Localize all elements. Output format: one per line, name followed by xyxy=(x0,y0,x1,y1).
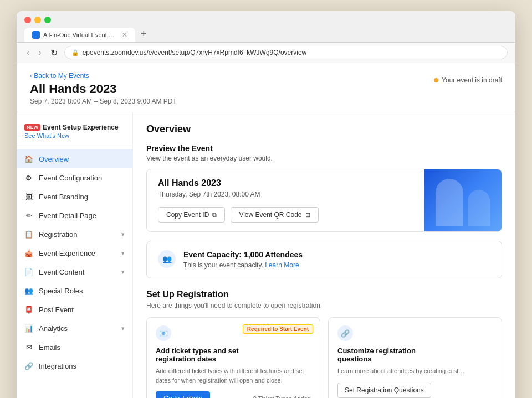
page-content: ‹ Back to My Events All Hands 2023 Sep 7… xyxy=(17,63,515,398)
sidebar-item-label: Registration xyxy=(39,230,77,239)
nav-back-button[interactable]: ‹ xyxy=(24,46,32,59)
minimize-dot[interactable] xyxy=(34,17,41,23)
sidebar-item-post-event[interactable]: 📮 Post Event xyxy=(17,300,132,319)
draft-badge: Your event is in draft xyxy=(434,76,502,84)
main-layout: NEW Event Setup Experience See What's Ne… xyxy=(17,112,515,398)
required-badge: Required to Start Event xyxy=(243,324,313,334)
new-tab-button[interactable]: + xyxy=(137,28,150,42)
browser-window: All-In-One Virtual Event Platf… ✕ + ‹ › … xyxy=(17,11,515,398)
active-tab[interactable]: All-In-One Virtual Event Platf… ✕ xyxy=(24,28,135,42)
capacity-text: Event Capacity: 1,000 Attendees This is … xyxy=(183,250,303,269)
learn-more-link[interactable]: Learn More xyxy=(265,261,299,269)
url-text: epevents.zoomdev.us/e/event/setup/Q7xryH… xyxy=(83,49,307,56)
sidebar-item-label: Event Content xyxy=(39,268,84,276)
browser-tabs: All-In-One Virtual Event Platf… ✕ + xyxy=(24,28,508,42)
preview-section-title: Preview the Event xyxy=(146,144,502,153)
clipboard-icon: 📋 xyxy=(24,230,33,239)
sidebar: NEW Event Setup Experience See What's Ne… xyxy=(17,112,133,398)
draft-status-text: Your event is in draft xyxy=(442,76,502,84)
sidebar-item-analytics[interactable]: 📊 Analytics ▾ xyxy=(17,319,132,338)
nav-forward-button[interactable]: › xyxy=(36,46,43,59)
tab-title: All-In-One Virtual Event Platf… xyxy=(43,32,119,38)
home-icon: 🏠 xyxy=(24,154,33,163)
sidebar-item-event-experience[interactable]: 🎪 Event Experience ▾ xyxy=(17,244,132,262)
sidebar-item-label: Analytics xyxy=(39,324,68,333)
sidebar-item-label: Event Branding xyxy=(39,193,88,201)
chart-icon: 📊 xyxy=(24,324,33,333)
sidebar-item-label: Integrations xyxy=(39,362,76,370)
new-badge: NEW xyxy=(24,124,40,131)
qr-icon: ⊞ xyxy=(305,211,310,219)
sidebar-item-label: Event Experience xyxy=(39,249,95,257)
image-icon: 🖼 xyxy=(24,192,33,201)
document-icon: 📄 xyxy=(24,267,33,276)
browser-chrome: All-In-One Virtual Event Platf… ✕ + xyxy=(17,11,515,43)
tab-favicon xyxy=(32,31,40,39)
registration-section: Set Up Registration Here are things you'… xyxy=(146,290,502,398)
maximize-dot[interactable] xyxy=(44,17,51,23)
sidebar-item-label: Overview xyxy=(39,155,69,163)
registration-section-sub: Here are things you'll need to complete … xyxy=(146,302,502,309)
sidebar-item-event-detail-page[interactable]: ✏ Event Detail Page xyxy=(17,206,132,225)
preview-section-sub: View the event as an everyday user would… xyxy=(146,154,502,162)
chevron-down-icon: ▾ xyxy=(121,325,125,332)
reg-card-title: Customize registration questions xyxy=(337,347,493,363)
preview-card: All Hands 2023 Thursday, Sep 7th 2023, 0… xyxy=(146,169,502,232)
sidebar-item-event-configuration[interactable]: ⚙ Event Configuration xyxy=(17,168,132,187)
sidebar-item-event-content[interactable]: 📄 Event Content ▾ xyxy=(17,262,132,281)
go-to-tickets-button[interactable]: Go to Tickets xyxy=(156,391,210,398)
close-dot[interactable] xyxy=(24,17,31,23)
sidebar-item-registration[interactable]: 📋 Registration ▾ xyxy=(17,225,132,244)
questions-icon: 🔗 xyxy=(337,325,353,341)
registration-card-questions: 🔗 Customize registration questions Learn… xyxy=(328,317,502,398)
sidebar-item-label: Emails xyxy=(39,343,60,352)
capacity-title: Event Capacity: 1,000 Attendees xyxy=(183,250,303,259)
set-registration-questions-button[interactable]: Set Registration Questions xyxy=(337,383,431,398)
registration-section-title: Set Up Registration xyxy=(146,290,502,299)
registration-card-tickets: Required to Start Event 📧 Add ticket typ… xyxy=(146,317,320,398)
link-icon: 🔗 xyxy=(24,361,33,370)
preview-card-date: Thursday, Sep 7th 2023, 08:00 AM xyxy=(158,190,413,198)
copy-event-id-button[interactable]: Copy Event ID ⧉ xyxy=(158,207,225,223)
arch-shape-1 xyxy=(436,179,463,226)
reg-card-description: Learn more about attendees by creating c… xyxy=(337,366,493,376)
chevron-down-icon: ▾ xyxy=(121,268,125,276)
sidebar-promo-title: NEW Event Setup Experience xyxy=(24,123,125,131)
sidebar-item-overview[interactable]: 🏠 Overview xyxy=(17,149,132,168)
sidebar-item-label: Special Roles xyxy=(39,287,83,295)
address-bar[interactable]: 🔒 epevents.zoomdev.us/e/event/setup/Q7xr… xyxy=(64,46,508,59)
capacity-icon: 👥 xyxy=(158,250,176,268)
preview-section: Preview the Event View the event as an e… xyxy=(146,144,502,162)
sidebar-item-integrations[interactable]: 🔗 Integrations xyxy=(17,356,132,375)
top-bar: ‹ Back to My Events All Hands 2023 Sep 7… xyxy=(17,63,515,112)
chevron-down-icon: ▾ xyxy=(121,250,125,257)
copy-icon: ⧉ xyxy=(212,211,217,219)
reg-card-description: Add different ticket types with differen… xyxy=(156,366,311,385)
reg-card-footer: Go to Tickets 0 Ticket Types Added xyxy=(156,391,311,398)
page-title: All Hands 2023 xyxy=(30,82,177,96)
ticket-icon: 📧 xyxy=(156,325,171,341)
edit-icon: ✏ xyxy=(24,211,33,220)
browser-nav: ‹ › ↻ 🔒 epevents.zoomdev.us/e/event/setu… xyxy=(17,43,515,63)
preview-card-body: All Hands 2023 Thursday, Sep 7th 2023, 0… xyxy=(147,169,424,231)
sidebar-item-special-roles[interactable]: 👥 Special Roles xyxy=(17,281,132,300)
registration-cards: Required to Start Event 📧 Add ticket typ… xyxy=(146,317,502,398)
sidebar-item-label: Post Event xyxy=(39,306,74,314)
reg-card-footer: Set Registration Questions xyxy=(337,383,493,398)
nav-refresh-button[interactable]: ↻ xyxy=(48,46,60,59)
page-subtitle: Sep 7, 2023 8:00 AM – Sep 8, 2023 9:00 A… xyxy=(30,97,177,105)
sidebar-promo-link[interactable]: See What's New xyxy=(24,132,125,139)
tab-close-button[interactable]: ✕ xyxy=(122,31,127,39)
arch-shape-2 xyxy=(468,190,490,226)
users-icon: 👥 xyxy=(24,286,33,295)
view-event-qr-button[interactable]: View Event QR Code ⊞ xyxy=(231,207,318,223)
back-link[interactable]: ‹ Back to My Events xyxy=(30,72,177,80)
reg-card-title: Add ticket types and set registration da… xyxy=(156,347,311,363)
preview-image-shapes xyxy=(430,173,495,231)
email-icon: ✉ xyxy=(24,343,33,352)
sidebar-item-event-branding[interactable]: 🖼 Event Branding xyxy=(17,187,132,206)
event-icon: 🎪 xyxy=(24,249,33,257)
sidebar-item-label: Event Configuration xyxy=(39,174,102,182)
sidebar-item-label: Event Detail Page xyxy=(39,211,96,220)
sidebar-item-emails[interactable]: ✉ Emails xyxy=(17,338,132,356)
